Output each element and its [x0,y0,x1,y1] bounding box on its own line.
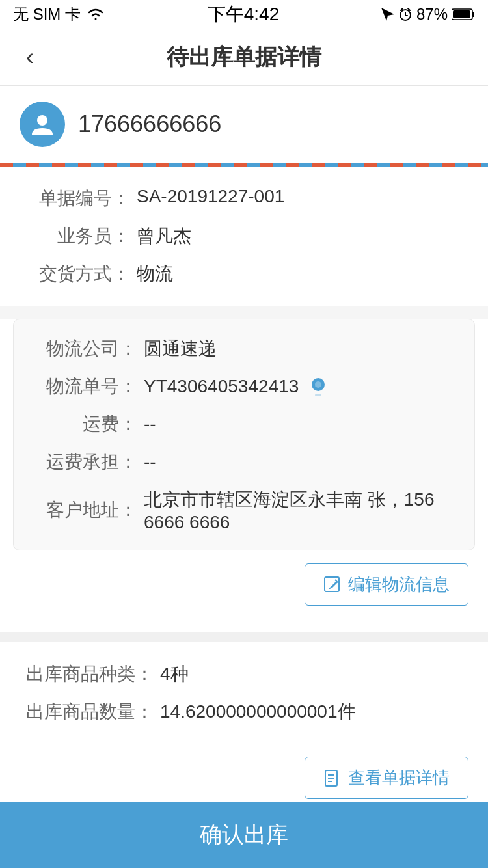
freight-value: -- [144,414,455,435]
back-button[interactable]: ‹ [20,37,40,77]
svg-rect-13 [325,577,339,591]
salesperson-value: 曾凡杰 [137,224,462,249]
salesperson-row: 业务员： 曾凡杰 [26,224,462,249]
status-bar: 无 SIM 卡 下午4:42 87% [0,0,488,29]
customer-phone: 17666666666 [78,111,221,138]
svg-rect-7 [472,12,474,17]
logistics-company-value: 圆通速递 [144,336,455,361]
battery-text: 87% [416,5,448,23]
address-value: 北京市市辖区海淀区永丰南 张，156 6666 6666 [144,487,455,533]
address-label: 客户地址： [33,498,137,522]
svg-point-9 [37,115,47,126]
section-separator-1 [0,632,488,642]
document-icon [323,769,342,787]
svg-marker-0 [381,8,394,21]
edit-logistics-button[interactable]: 编辑物流信息 [305,563,468,606]
goods-quantity-row: 出库商品数量： 14.620000000000001件 [26,699,462,724]
order-no-label: 单据编号： [26,186,130,211]
edit-icon [323,576,342,594]
edit-logistics-row: 编辑物流信息 [0,550,488,619]
goods-types-value: 4种 [160,662,189,686]
goods-types-label: 出库商品种类： [26,662,154,686]
freight-bearer-row: 运费承担： -- [33,450,455,474]
customer-row: 17666666666 [0,86,488,163]
svg-rect-8 [453,10,470,18]
svg-point-12 [315,394,321,396]
confirm-button[interactable]: 确认出库 [0,802,488,868]
delivery-method-label: 交货方式： [26,262,130,286]
logistics-card: 物流公司： 圆通速递 物流单号： YT4306405342413 运费 [13,319,475,550]
order-info-section: 单据编号： SA-20191227-001 业务员： 曾凡杰 交货方式： 物流 [0,167,488,306]
alarm-icon [398,7,413,21]
goods-section: 出库商品种类： 4种 出库商品数量： 14.620000000000001件 [0,642,488,744]
freight-row: 运费： -- [33,412,455,437]
logistics-section: 物流公司： 圆通速递 物流单号： YT4306405342413 运费 [0,319,488,632]
status-bar-right: 87% [381,5,475,23]
carrier-text: 无 SIM 卡 [13,4,81,25]
goods-quantity-value: 14.620000000000001件 [160,699,356,724]
nav-bar: ‹ 待出库单据详情 [0,29,488,86]
salesperson-label: 业务员： [26,224,130,249]
freight-label: 运费： [33,412,137,437]
tracking-no-row: 物流单号： YT4306405342413 [33,374,455,399]
freight-bearer-label: 运费承担： [33,450,137,474]
freight-bearer-value: -- [144,452,455,472]
customer-avatar [20,102,65,147]
location-arrow-icon [381,8,394,21]
logistics-company-row: 物流公司： 圆通速递 [33,336,455,361]
tracking-no-value: YT4306405342413 [144,375,455,398]
order-no-row: 单据编号： SA-20191227-001 [26,186,462,211]
battery-icon [452,8,475,21]
wifi-icon [86,7,105,21]
order-no-value: SA-20191227-001 [137,186,462,207]
delivery-method-row: 交货方式： 物流 [26,262,462,286]
page-title: 待出库单据详情 [167,42,321,72]
delivery-method-value: 物流 [137,262,462,286]
goods-types-row: 出库商品种类： 4种 [26,662,462,686]
map-pin-icon[interactable] [306,375,330,398]
view-detail-button[interactable]: 查看单据详情 [305,757,468,799]
tracking-no-label: 物流单号： [33,374,137,399]
logistics-company-label: 物流公司： [33,336,137,361]
goods-quantity-label: 出库商品数量： [26,699,154,724]
status-bar-left: 无 SIM 卡 [13,4,105,25]
user-icon [29,111,55,137]
status-bar-time: 下午4:42 [208,2,280,27]
address-row: 客户地址： 北京市市辖区海淀区永丰南 张，156 6666 6666 [33,487,455,533]
